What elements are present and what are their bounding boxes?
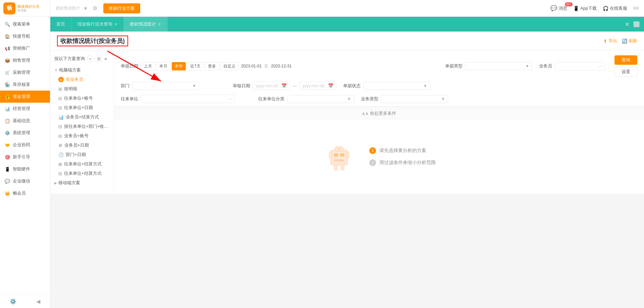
tabbar-maximize-icon[interactable]: ⬜ bbox=[633, 21, 640, 28]
sidebar-item-inventory[interactable]: 🏪 库存核算 bbox=[0, 79, 50, 91]
tab-receipt[interactable]: 收款情况统计 ✕ bbox=[124, 17, 167, 32]
finance-icon: 💰 bbox=[5, 94, 10, 99]
app-icon: 📱 bbox=[573, 6, 579, 11]
message-badge: 99+ bbox=[565, 2, 573, 6]
user-name[interactable]: Rit bbox=[633, 6, 639, 11]
calendar-icon-from[interactable]: 📅 bbox=[281, 83, 287, 88]
scheme-item-salesperson-account[interactable]: ⊟ 业务员+账号 bbox=[50, 131, 114, 141]
scheme-item-label: 业务员+日期 bbox=[64, 142, 89, 148]
date-btn-7days[interactable]: 近7天 bbox=[187, 62, 204, 70]
member-icon: 👑 bbox=[5, 191, 10, 196]
trial-btn[interactable]: 体验行业方案 bbox=[103, 3, 140, 13]
footer-collapse-icon[interactable]: ◀ bbox=[36, 298, 40, 305]
salesperson-more-btn[interactable]: ··· bbox=[598, 64, 602, 69]
dept-date-icon: 🕐 bbox=[58, 152, 64, 157]
review-date-label: 审核日期 bbox=[233, 83, 250, 89]
review-to-input[interactable]: yyyy-mm-dd 📅 bbox=[300, 82, 336, 90]
breadcrumb-dropdown-icon[interactable]: ▼ bbox=[83, 6, 88, 11]
sidebar-item-purchase[interactable]: 🛒 采购管理 bbox=[0, 66, 50, 79]
settings-btn[interactable]: 设置 bbox=[614, 67, 637, 77]
date-btn-more[interactable]: 更多 bbox=[205, 62, 219, 70]
scheme-add-btn[interactable]: + bbox=[87, 55, 94, 62]
calendar-icon-to[interactable]: 📅 bbox=[328, 83, 333, 88]
date-btn-last-month[interactable]: 上月 bbox=[141, 62, 155, 70]
sidebar-item-finance[interactable]: 💰 资金管理 bbox=[0, 91, 50, 103]
scheme-item-partner-account[interactable]: ⊟ 往来单位+账号 bbox=[50, 94, 114, 103]
scheme-item-label: 往来单位+结算方式 bbox=[64, 161, 102, 167]
scheme-item-partner-settle2[interactable]: ⊟ 往来单位+结算方式 bbox=[50, 169, 114, 178]
sidebar-item-operation[interactable]: 📊 经营管理 bbox=[0, 103, 50, 115]
review-from-input[interactable]: yyyy-mm-dd 📅 bbox=[253, 82, 290, 90]
bank-tab-close[interactable]: ✕ bbox=[114, 22, 117, 27]
export-btn[interactable]: ⬆ 导出 bbox=[603, 38, 617, 44]
sidebar-item-label: 系统管理 bbox=[13, 130, 30, 136]
service-icon: 🎧 bbox=[603, 6, 608, 11]
app-download-btn[interactable]: 📱 App下载 bbox=[573, 5, 597, 11]
tab-bank[interactable]: 现金银行流水查询 ✕ bbox=[71, 17, 124, 32]
salesperson-select[interactable]: ··· bbox=[555, 62, 605, 70]
partner-label: 往来单位 bbox=[121, 96, 138, 102]
date-btn-custom[interactable]: 自定义 bbox=[220, 62, 238, 70]
scheme-settings-btn[interactable]: ⚙ bbox=[96, 55, 102, 62]
tabbar-close-icon[interactable]: ✕ bbox=[625, 21, 629, 28]
tip-num-2: 2 bbox=[369, 159, 376, 166]
app-label: App下载 bbox=[580, 5, 597, 11]
scheme-item-dept-date[interactable]: 🕐 部门+日期 bbox=[50, 150, 114, 159]
sidebar-item-enterprise[interactable]: 🤝 企业协同 bbox=[0, 139, 50, 151]
sidebar-item-member[interactable]: 👑 畅会员 bbox=[0, 187, 50, 199]
date-range-end: 2023-12-31 bbox=[271, 64, 291, 68]
bank-tab-label: 现金银行流水查询 bbox=[77, 21, 112, 27]
doc-type-select[interactable]: ▼ bbox=[465, 62, 532, 70]
partner-input[interactable]: ··· bbox=[141, 95, 235, 103]
sidebar-item-basic[interactable]: 📋 基础信息 bbox=[0, 115, 50, 127]
topbar-settings-icon[interactable]: ⚙ bbox=[93, 5, 97, 11]
svg-rect-0 bbox=[331, 150, 347, 165]
partner-category-label: 往来单位分类 bbox=[258, 96, 284, 102]
scheme-panel-header: 按以下方案查询 + ⚙ « bbox=[50, 53, 114, 64]
page-title: 收款情况统计(按业务员) bbox=[57, 36, 128, 46]
scheme-item-partner-settle1[interactable]: ⊞ 往来单位+结算方式 bbox=[50, 159, 114, 169]
collapse-bar[interactable]: ∧∧ 收起更多条件 bbox=[114, 107, 644, 120]
main-body: 按以下方案查询 + ⚙ « ▼ 电脑端方案 ● 按业务员 ⊞ bbox=[50, 51, 644, 194]
scheme-item-by-salesperson[interactable]: ● 按业务员 bbox=[50, 75, 114, 84]
salesperson-scheme-icon: ● bbox=[58, 77, 64, 82]
date-btn-this-month[interactable]: 本月 bbox=[156, 62, 170, 70]
page-header: 收款情况统计(按业务员) ⬆ 导出 🔄 刷新 bbox=[50, 32, 644, 51]
dept-select[interactable]: ▼ bbox=[132, 82, 199, 90]
scheme-item-salesperson-settle[interactable]: 📊 业务员+结算方式 bbox=[50, 112, 114, 122]
service-btn[interactable]: 🎧 在线客服 bbox=[603, 5, 627, 11]
date-btn-this-year[interactable]: 本年 bbox=[172, 62, 186, 70]
tabbar-right-icons: ✕ ⬜ bbox=[625, 17, 644, 32]
pc-group-header[interactable]: ▼ 电脑端方案 bbox=[50, 65, 114, 75]
receipt-tab-close[interactable]: ✕ bbox=[158, 22, 161, 27]
refresh-btn[interactable]: 🔄 刷新 bbox=[622, 38, 637, 44]
sidebar-item-marketing[interactable]: 📢 营销推广 bbox=[0, 42, 50, 54]
guide-icon: 🎯 bbox=[5, 155, 10, 160]
footer-settings-icon[interactable]: ⚙️ bbox=[10, 298, 16, 305]
scheme-item-by-detail[interactable]: ⊞ 按明细 bbox=[50, 84, 114, 94]
scheme-collapse-btn[interactable]: « bbox=[104, 56, 107, 61]
scheme-item-salesperson-date[interactable]: ⚙ 业务员+日期 bbox=[50, 141, 114, 150]
query-btn[interactable]: 查询 bbox=[614, 55, 637, 65]
sidebar-item-hardware[interactable]: 📱 智能硬件 bbox=[0, 163, 50, 175]
partner-more-icon[interactable]: ··· bbox=[228, 96, 232, 101]
sidebar-item-sales[interactable]: 📦 销售管理 bbox=[0, 54, 50, 66]
date-filter: 单据日期 上月 本月 本年 近7天 更多 自定义 2023-01-01 至 bbox=[121, 62, 291, 70]
tab-home[interactable]: 首页 bbox=[50, 17, 71, 32]
scheme-item-partner-date[interactable]: ⊟ 往来单位+日期 bbox=[50, 103, 114, 112]
sidebar-item-wechat[interactable]: 💬 企业微信 bbox=[0, 175, 50, 187]
partner-category-select[interactable]: ▼ bbox=[287, 95, 354, 103]
sidebar-item-search[interactable]: 🔍 搜索菜单 bbox=[0, 18, 50, 30]
scheme-item-partner-dept[interactable]: ⊟ 按往来单位+部门+收... bbox=[50, 122, 114, 131]
mobile-group-header[interactable]: ▶ 移动端方案 bbox=[50, 178, 114, 188]
biz-type-select[interactable]: ▼ bbox=[381, 95, 448, 103]
sidebar-item-quick[interactable]: 🏠 快捷导航 bbox=[0, 30, 50, 42]
message-btn[interactable]: 💬 消息 99+ bbox=[550, 5, 567, 11]
biz-type-arrow: ▼ bbox=[441, 97, 445, 101]
pc-group: ▼ 电脑端方案 ● 按业务员 ⊞ 按明细 ⊟ 往来单位+账号 bbox=[50, 65, 114, 178]
scheme-item-label: 往来单位+账号 bbox=[64, 95, 93, 101]
sidebar-item-guide[interactable]: 🎯 新手引导 bbox=[0, 151, 50, 163]
sidebar-item-label: 搜索菜单 bbox=[13, 21, 30, 27]
doc-status-select[interactable]: ▼ bbox=[363, 82, 430, 90]
sidebar-item-system[interactable]: ⚙️ 系统管理 bbox=[0, 127, 50, 139]
